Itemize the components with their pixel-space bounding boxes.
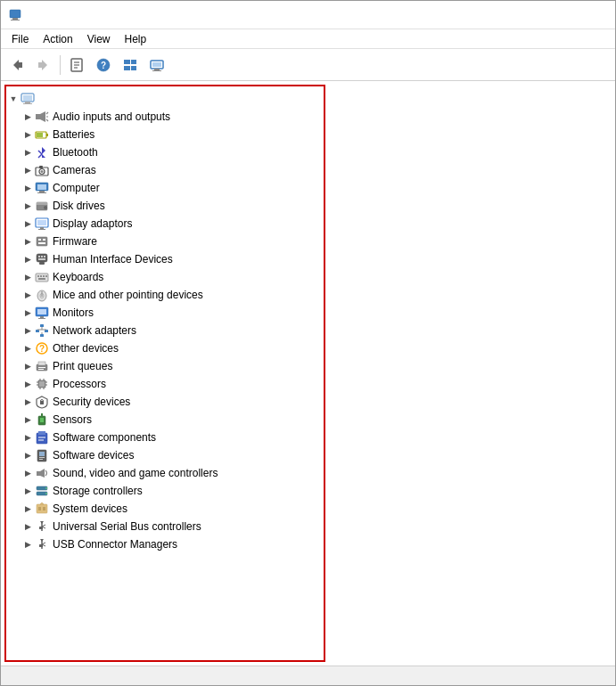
tree-root-item[interactable]: ▼ xyxy=(6,90,324,108)
tree-item[interactable]: ▶ Processors xyxy=(6,375,324,393)
item-icon-keyboard xyxy=(35,270,49,284)
help-button[interactable]: ? xyxy=(91,53,116,78)
tree-item[interactable]: ▶ System devices xyxy=(6,500,324,518)
tree-item[interactable]: ▶ Storage controllers xyxy=(6,482,324,500)
tree-item[interactable]: ▶ Sound, video and game controllers xyxy=(6,464,324,482)
tree-item[interactable]: ▶ Software components xyxy=(6,429,324,446)
tree-item[interactable]: ▶ Computer xyxy=(6,179,324,197)
item-expand-arrow[interactable]: ▶ xyxy=(21,126,35,143)
item-expand-arrow[interactable]: ▶ xyxy=(21,233,35,250)
svg-rect-73 xyxy=(40,316,44,318)
svg-line-35 xyxy=(38,151,42,154)
item-expand-arrow[interactable]: ▶ xyxy=(21,375,35,393)
item-expand-arrow[interactable]: ▶ xyxy=(21,304,35,322)
item-expand-arrow[interactable]: ▶ xyxy=(21,108,35,126)
item-expand-arrow[interactable]: ▶ xyxy=(21,286,35,304)
tree-item[interactable]: ▶ Batteries xyxy=(6,126,324,143)
close-button[interactable] xyxy=(567,1,608,29)
svg-line-29 xyxy=(46,119,48,121)
tree-item[interactable]: ▶ Bluetooth xyxy=(6,143,324,161)
tree-item[interactable]: ▶ ? Other devices xyxy=(6,339,324,357)
item-expand-arrow[interactable]: ▶ xyxy=(21,197,35,215)
svg-marker-128 xyxy=(40,539,44,542)
toolbar-separator-1 xyxy=(60,55,61,75)
item-expand-arrow[interactable]: ▶ xyxy=(21,393,35,411)
forward-button[interactable] xyxy=(31,53,56,78)
device-view-button[interactable] xyxy=(144,53,169,78)
svg-rect-87 xyxy=(38,367,45,368)
item-expand-arrow[interactable]: ▶ xyxy=(21,179,35,197)
svg-rect-32 xyxy=(46,134,48,136)
item-label: Software devices xyxy=(53,449,134,461)
maximize-button[interactable] xyxy=(526,1,567,29)
root-expand-arrow[interactable]: ▼ xyxy=(6,90,21,108)
tree-item[interactable]: ▶ Universal Serial Bus controllers xyxy=(6,518,324,535)
back-button[interactable] xyxy=(4,53,29,78)
item-expand-arrow[interactable]: ▶ xyxy=(21,429,35,446)
item-expand-arrow[interactable]: ▶ xyxy=(21,535,35,553)
svg-rect-121 xyxy=(43,507,45,510)
minimize-button[interactable] xyxy=(485,1,526,29)
item-expand-arrow[interactable]: ▶ xyxy=(21,482,35,500)
tree-item[interactable]: ▶ Disk drives xyxy=(6,197,324,215)
svg-rect-61 xyxy=(39,262,45,265)
tree-item[interactable]: ▶ Firmware xyxy=(6,233,324,250)
tree-item[interactable]: ▶ Monitors xyxy=(6,304,324,322)
tree-item[interactable]: ▶ Network adapters xyxy=(6,322,324,339)
svg-rect-50 xyxy=(40,227,44,229)
item-expand-arrow[interactable]: ▶ xyxy=(21,250,35,268)
svg-rect-43 xyxy=(39,191,45,192)
tree-item[interactable]: ▶ Cameras xyxy=(6,161,324,179)
item-expand-arrow[interactable]: ▶ xyxy=(21,446,35,464)
item-icon-softdev xyxy=(35,448,49,462)
device-manager-window: File Action View Help xyxy=(0,0,616,686)
menu-help[interactable]: Help xyxy=(118,29,154,49)
toggle-view-button[interactable] xyxy=(118,53,143,78)
svg-rect-67 xyxy=(38,278,45,280)
svg-rect-59 xyxy=(44,256,45,257)
item-label: Disk drives xyxy=(53,200,105,212)
tree-item[interactable]: ▶ Keyboards xyxy=(6,268,324,286)
item-icon-other: ? xyxy=(35,341,49,355)
tree-item[interactable]: ▶ Security devices xyxy=(6,393,324,411)
item-expand-arrow[interactable]: ▶ xyxy=(21,411,35,429)
menu-file[interactable]: File xyxy=(4,29,36,49)
item-label: Audio inputs and outputs xyxy=(53,110,170,123)
item-expand-arrow[interactable]: ▶ xyxy=(21,143,35,161)
status-bar xyxy=(1,666,615,685)
tree-item[interactable]: ▶ USB Connector Managers xyxy=(6,535,324,553)
item-icon-camera xyxy=(35,163,49,177)
svg-rect-60 xyxy=(38,258,45,260)
svg-rect-75 xyxy=(40,324,44,327)
item-icon-system xyxy=(35,502,49,516)
svg-marker-3 xyxy=(13,60,19,70)
tree-item[interactable]: ▶ Mice and other pointing devices xyxy=(6,286,324,304)
tree-item[interactable]: ▶ Human Interface Devices xyxy=(6,250,324,268)
device-tree-panel[interactable]: ▼ ▶ Audio inputs and outputs xyxy=(4,85,325,662)
tree-item[interactable]: ▶ Display adaptors xyxy=(6,215,324,233)
item-expand-arrow[interactable]: ▶ xyxy=(21,518,35,535)
svg-rect-55 xyxy=(38,242,45,244)
item-icon-computer xyxy=(35,181,49,195)
item-expand-arrow[interactable]: ▶ xyxy=(21,268,35,286)
item-expand-arrow[interactable]: ▶ xyxy=(21,500,35,518)
item-icon-sound xyxy=(35,466,49,480)
properties-button[interactable] xyxy=(64,53,89,78)
item-expand-arrow[interactable]: ▶ xyxy=(21,464,35,482)
menu-action[interactable]: Action xyxy=(36,29,79,49)
item-expand-arrow[interactable]: ▶ xyxy=(21,215,35,233)
tree-item[interactable]: ▶ Software devices xyxy=(6,446,324,464)
svg-rect-63 xyxy=(37,275,39,277)
item-expand-arrow[interactable]: ▶ xyxy=(21,322,35,339)
item-expand-arrow[interactable]: ▶ xyxy=(21,161,35,179)
svg-marker-119 xyxy=(40,502,44,504)
tree-item[interactable]: ▶ Sensors xyxy=(6,411,324,429)
item-label: Print queues xyxy=(53,360,112,372)
item-expand-arrow[interactable]: ▶ xyxy=(21,357,35,375)
menu-view[interactable]: View xyxy=(80,29,118,49)
tree-item[interactable]: ▶ Print queues xyxy=(6,357,324,375)
item-expand-arrow[interactable]: ▶ xyxy=(21,339,35,357)
item-icon-display xyxy=(35,216,49,231)
tree-item[interactable]: ▶ Audio inputs and outputs xyxy=(6,108,324,126)
item-label: Display adaptors xyxy=(53,217,132,230)
